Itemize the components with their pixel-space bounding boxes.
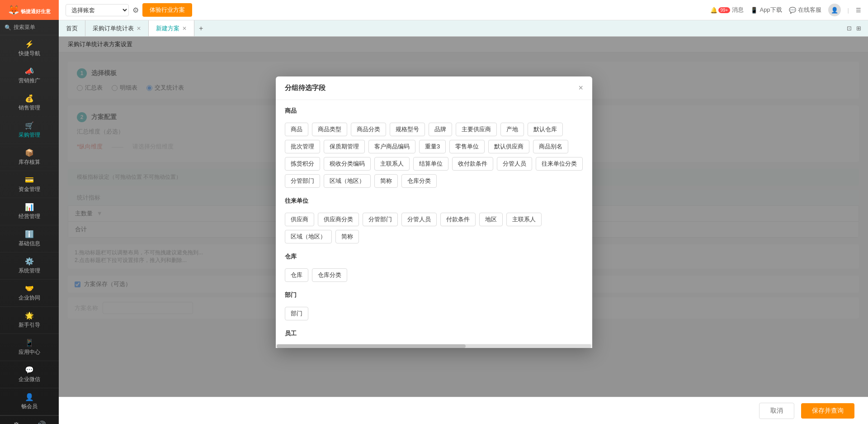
field-tag[interactable]: 区域（地区）	[285, 230, 332, 243]
save-button[interactable]: 保存并查询	[801, 403, 854, 419]
logo-text: 🦊 畅捷通好生意	[8, 5, 51, 15]
field-tag[interactable]: 简称	[335, 230, 359, 243]
tab-collapse-icon[interactable]: ⊡	[847, 25, 852, 32]
field-tag[interactable]: 地区	[479, 213, 503, 226]
topbar: 选择账套 ⚙ 体验行业方案 🔔 99+ 消息 📱 App下载 💬 在线客服 👤 …	[59, 0, 868, 20]
experience-btn[interactable]: 体验行业方案	[142, 3, 192, 17]
sidebar-item-finance[interactable]: 💳 资金管理	[0, 171, 59, 198]
section-warehouse-title: 仓库	[285, 252, 583, 263]
modal-header: 分组待选字段 ×	[276, 76, 592, 100]
tab-home[interactable]: 首页	[59, 20, 85, 36]
field-tag[interactable]: 品牌	[429, 123, 452, 136]
sidebar-item-system[interactable]: ⚙️ 系统管理	[0, 252, 59, 280]
service-icon: 💬	[789, 7, 796, 14]
sidebar-item-apps[interactable]: 📱 应用中心	[0, 334, 59, 361]
field-tag[interactable]: 简称	[374, 174, 398, 188]
sidebar-logo: 🦊 畅捷通好生意	[0, 0, 59, 20]
basic-icon: ℹ️	[25, 230, 34, 238]
operations-icon: 📊	[25, 203, 34, 211]
tab-purchase-stats[interactable]: 采购订单统计表 ✕	[85, 20, 149, 36]
sidebar-item-purchase[interactable]: 🛒 采购管理	[0, 117, 59, 144]
field-tag[interactable]: 仓库	[285, 268, 308, 282]
field-tag[interactable]: 商品别名	[533, 140, 568, 153]
field-tag[interactable]: 重量3	[419, 140, 446, 153]
field-tag[interactable]: 主联系人	[506, 213, 542, 226]
section-product: 商品 商品商品类型商品分类规格型号品牌主要供应商产地默认仓库批次管理保质期管理客…	[285, 107, 583, 188]
sidebar-item-inventory[interactable]: 📦 库存核算	[0, 144, 59, 171]
field-tag[interactable]: 税收分类编码	[324, 157, 371, 171]
settings-bottom-icon[interactable]: ⚙	[13, 420, 20, 424]
sidebar-item-collab[interactable]: 🤝 企业协同	[0, 280, 59, 307]
modal-hscroll[interactable]	[277, 344, 591, 348]
purchase-icon: 🛒	[25, 121, 34, 130]
system-icon: ⚙️	[25, 257, 34, 266]
app-download[interactable]: 📱 App下载	[750, 6, 782, 14]
bottom-bar: 取消 保存并查询	[59, 397, 868, 424]
sidebar-item-basic[interactable]: ℹ️ 基础信息	[0, 225, 59, 252]
field-tag[interactable]: 保质期管理	[324, 140, 365, 153]
topbar-left: 选择账套 ⚙ 体验行业方案	[66, 3, 192, 17]
modal-group-fields: 分组待选字段 × 商品 商品商品类型商品分类规格型号品牌主要供应商产地默认仓库批…	[276, 76, 592, 348]
tab-expand-icon[interactable]: ⊞	[856, 25, 861, 32]
topbar-menu-icon[interactable]: ☰	[856, 7, 861, 14]
avatar[interactable]: 👤	[828, 4, 841, 16]
field-tag[interactable]: 主联系人	[374, 157, 410, 171]
topbar-right: 🔔 99+ 消息 📱 App下载 💬 在线客服 👤 | ☰	[710, 4, 862, 16]
field-tag[interactable]: 分管人员	[401, 213, 437, 226]
section-employee-title: 员工	[285, 329, 583, 340]
sidebar-search[interactable]: 🔍 搜索菜单	[0, 20, 59, 35]
field-tag[interactable]: 商品分类	[351, 123, 386, 136]
sales-icon: 💰	[25, 94, 34, 103]
field-tag[interactable]: 产地	[500, 123, 524, 136]
account-select[interactable]: 选择账套	[66, 4, 129, 16]
warehouse-fields: 仓库仓库分类	[285, 268, 583, 282]
tab-new-plan-close[interactable]: ✕	[182, 25, 187, 32]
topbar-gear-icon[interactable]: ⚙	[132, 6, 139, 14]
field-tag[interactable]: 拣货积分	[285, 157, 320, 171]
field-tag[interactable]: 结算单位	[413, 157, 448, 171]
field-tag[interactable]: 分管部门	[363, 213, 398, 226]
field-tag[interactable]: 往来单位分类	[536, 157, 583, 171]
modal-close-icon[interactable]: ×	[578, 83, 583, 93]
cancel-button[interactable]: 取消	[759, 403, 794, 419]
field-tag[interactable]: 主要供应商	[456, 123, 497, 136]
field-tag[interactable]: 供应商分类	[318, 213, 359, 226]
field-tag[interactable]: 批次管理	[285, 140, 320, 153]
notification-icon: 🔔	[710, 7, 717, 14]
field-tag[interactable]: 部门	[285, 307, 308, 320]
sidebar-item-wechat[interactable]: 💬 企业微信	[0, 361, 59, 388]
field-tag[interactable]: 默认仓库	[528, 123, 563, 136]
field-tag[interactable]: 仓库分类	[312, 268, 347, 282]
section-partner-title: 往来单位	[285, 197, 583, 207]
tab-add-icon[interactable]: +	[194, 24, 208, 33]
sidebar-item-marketing[interactable]: 📣 营销推广	[0, 62, 59, 90]
main-area: 采购订单统计表方案设置 1 选择模板 汇总表 明细表 交叉统计表 2 方案配置 …	[59, 37, 868, 424]
field-tag[interactable]: 商品	[285, 123, 308, 136]
audio-bottom-icon[interactable]: 🔊	[36, 420, 46, 424]
field-tag[interactable]: 规格型号	[390, 123, 425, 136]
section-product-title: 商品	[285, 107, 583, 117]
field-tag[interactable]: 仓库分类	[401, 174, 437, 188]
field-tag[interactable]: 零售单位	[449, 140, 485, 153]
sidebar-item-quick-nav[interactable]: ⚡ 快捷导航	[0, 35, 59, 62]
field-tag[interactable]: 默认供应商	[488, 140, 529, 153]
field-tag[interactable]: 收付款条件	[452, 157, 493, 171]
field-tag[interactable]: 分管部门	[285, 174, 320, 188]
field-tag[interactable]: 商品类型	[312, 123, 347, 136]
field-tag[interactable]: 付款条件	[440, 213, 476, 226]
sidebar-item-member[interactable]: 👤 畅会员	[0, 388, 59, 415]
sidebar-item-operations[interactable]: 📊 经营管理	[0, 198, 59, 225]
tab-purchase-stats-close[interactable]: ✕	[137, 25, 141, 32]
modal-body: 商品 商品商品类型商品分类规格型号品牌主要供应商产地默认仓库批次管理保质期管理客…	[276, 100, 592, 344]
field-tag[interactable]: 区域（地区）	[324, 174, 371, 188]
sidebar-item-guide[interactable]: 🌟 新手引导	[0, 307, 59, 334]
tab-new-plan[interactable]: 新建方案 ✕	[149, 20, 194, 36]
notification-area[interactable]: 🔔 99+ 消息	[710, 6, 744, 14]
sidebar-bottom: ⚙ 🔊	[0, 415, 59, 424]
section-warehouse: 仓库 仓库仓库分类	[285, 252, 583, 282]
sidebar-item-sales[interactable]: 💰 销售管理	[0, 90, 59, 117]
online-service[interactable]: 💬 在线客服	[789, 6, 821, 14]
field-tag[interactable]: 供应商	[285, 213, 314, 226]
field-tag[interactable]: 客户商品编码	[368, 140, 415, 153]
field-tag[interactable]: 分管人员	[497, 157, 532, 171]
